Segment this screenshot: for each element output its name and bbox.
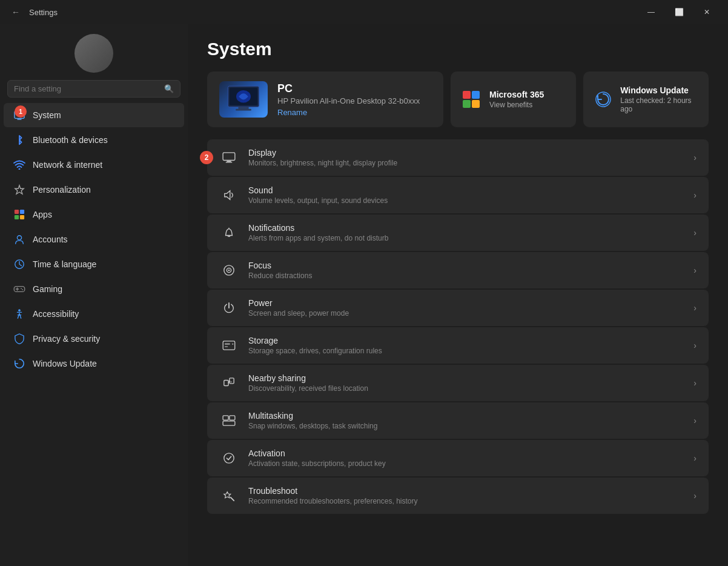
sidebar-item-network[interactable]: Network & internet [4,153,184,177]
storage-title: Storage [248,336,684,345]
focus-icon [219,261,239,280]
svg-rect-18 [238,107,248,108]
settings-item-troubleshoot[interactable]: Troubleshoot Recommended troubleshooters… [207,478,709,514]
activation-text: Activation Activation state, subscriptio… [248,448,684,468]
maximize-button[interactable]: ⬜ [665,2,693,22]
display-title: Display [248,148,684,158]
sound-chevron: › [693,190,697,200]
privacy-icon [13,333,25,345]
storage-icon [219,336,239,355]
settings-item-nearby[interactable]: Nearby sharing Discoverability, received… [207,365,709,401]
device-info: PC HP Pavilion All-in-One Desktop 32-b0x… [277,82,420,117]
settings-list: Display Monitors, brightness, night ligh… [207,139,709,514]
sidebar: 🔍 System 1 Bluetooth & devices [0,24,188,566]
window-title: Settings [29,8,632,17]
notifications-icon [219,223,239,242]
sidebar-nav: System 1 Bluetooth & devices Network & i… [0,102,188,376]
top-cards: PC HP Pavilion All-in-One Desktop 32-b0x… [207,72,709,127]
display-chevron: › [693,153,697,162]
time-icon [13,258,25,270]
winupdate-subtitle: Last checked: 2 hours ago [620,96,699,113]
sidebar-item-network-label: Network & internet [33,160,102,170]
bluetooth-icon [13,134,25,146]
sidebar-item-personalization[interactable]: Personalization [4,178,184,202]
svg-rect-1 [17,119,21,119]
storage-text: Storage Storage space, drives, configura… [248,336,684,355]
sidebar-item-accessibility-label: Accessibility [33,309,79,319]
ms365-subtitle: View benefits [489,101,544,109]
search-icon: 🔍 [164,84,174,93]
settings-item-power[interactable]: Power Screen and sleep, power mode › [207,290,709,326]
winupdate-icon [593,88,613,110]
winupdate-card[interactable]: Windows Update Last checked: 2 hours ago [583,72,709,127]
settings-item-storage[interactable]: Storage Storage space, drives, configura… [207,327,709,364]
display-desc: Monitors, brightness, night light, displ… [248,159,684,167]
svg-rect-4 [20,210,24,214]
settings-item-multitasking[interactable]: Multitasking Snap windows, desktops, tas… [207,402,709,439]
rename-link[interactable]: Rename [277,108,420,117]
svg-point-36 [224,453,234,463]
troubleshoot-text: Troubleshoot Recommended troubleshooters… [248,486,684,505]
nearby-desc: Discoverability, received files location [248,384,684,393]
settings-item-activation[interactable]: Activation Activation state, subscriptio… [207,440,709,476]
search-input[interactable] [14,84,164,93]
sidebar-item-time[interactable]: Time & language [4,252,184,276]
svg-rect-19 [236,109,251,111]
svg-rect-35 [223,421,235,425]
device-name: PC [277,82,420,95]
sidebar-item-apps[interactable]: Apps [4,202,184,227]
annotation-badge-1: 1 [15,105,27,118]
sound-title: Sound [248,185,684,195]
back-button[interactable]: ← [7,4,24,21]
activation-title: Activation [248,448,684,458]
sidebar-item-accessibility[interactable]: Accessibility [4,302,184,326]
window-controls: — ⬜ ✕ [637,2,721,22]
focus-text: Focus Reduce distractions [248,261,684,280]
settings-window: ← Settings — ⬜ ✕ 🔍 [0,0,728,566]
ms365-card[interactable]: Microsoft 365 View benefits [451,72,576,127]
search-box[interactable]: 🔍 [7,80,180,98]
sidebar-item-bluetooth[interactable]: Bluetooth & devices [4,128,184,152]
svg-rect-3 [15,210,19,214]
nearby-chevron: › [693,378,697,388]
svg-rect-6 [20,215,24,219]
main-content: 🔍 System 1 Bluetooth & devices [0,24,728,566]
svg-rect-21 [223,153,235,161]
settings-item-notifications[interactable]: Notifications Alerts from apps and syste… [207,215,709,251]
network-icon [13,159,25,171]
power-text: Power Screen and sleep, power mode [248,298,684,318]
svg-rect-22 [227,161,231,162]
multitasking-text: Multitasking Snap windows, desktops, tas… [248,411,684,430]
svg-rect-32 [230,378,234,384]
accounts-icon [13,233,25,245]
sidebar-item-privacy[interactable]: Privacy & security [4,327,184,351]
storage-chevron: › [693,341,697,350]
svg-rect-28 [225,343,230,344]
gaming-icon [13,283,25,295]
sidebar-item-gaming[interactable]: Gaming [4,277,184,301]
settings-item-sound[interactable]: Sound Volume levels, output, input, soun… [207,177,709,213]
minimize-button[interactable]: — [637,2,665,22]
titlebar: ← Settings — ⬜ ✕ [0,0,728,24]
settings-item-focus[interactable]: Focus Reduce distractions › [207,252,709,288]
svg-point-12 [21,288,22,289]
ms365-info: Microsoft 365 View benefits [489,90,544,109]
activation-icon [219,448,239,468]
nearby-title: Nearby sharing [248,373,684,383]
settings-item-display[interactable]: Display Monitors, brightness, night ligh… [207,139,709,176]
sidebar-item-system[interactable]: System 1 [4,103,184,127]
storage-desc: Storage space, drives, configuration rul… [248,347,684,355]
device-model: HP Pavilion All-in-One Desktop 32-b0xxx [277,96,420,105]
close-button[interactable]: ✕ [693,2,721,22]
nearby-text: Nearby sharing Discoverability, received… [248,373,684,393]
troubleshoot-desc: Recommended troubleshooters, preferences… [248,497,684,505]
sidebar-item-gaming-label: Gaming [33,284,62,294]
sidebar-item-accounts[interactable]: Accounts [4,227,184,251]
sidebar-item-accounts-label: Accounts [33,235,68,244]
device-card: PC HP Pavilion All-in-One Desktop 32-b0x… [207,72,443,127]
annotation-badge-2: 2 [200,151,213,164]
sidebar-item-update[interactable]: Windows Update [4,351,184,376]
avatar [74,34,113,73]
power-icon [219,298,239,318]
power-desc: Screen and sleep, power mode [248,309,684,318]
